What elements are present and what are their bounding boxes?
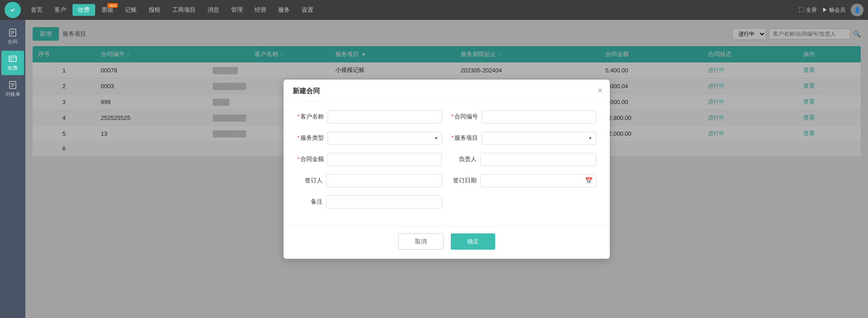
cancel-button[interactable]: 取消 xyxy=(398,233,444,250)
responsible-input[interactable] xyxy=(480,153,596,166)
signer-input[interactable] xyxy=(326,174,442,187)
form-group-service-type: *服务类型 ▼ xyxy=(297,132,442,145)
nav-bookkeeping[interactable]: 记账 xyxy=(120,4,142,16)
sidebar-item-contract[interactable]: 合同 xyxy=(1,24,24,49)
form-group-customer: *客户名称 xyxy=(297,110,442,123)
user-avatar[interactable]: 👤 xyxy=(851,4,863,16)
form-row-4: 签订人 签订日期 2023-06-06 📅 xyxy=(297,174,596,187)
main-layout: 合同 收费 对账单 xyxy=(0,20,868,318)
fee-icon xyxy=(8,54,17,63)
new-contract-modal: 新建合同 × *客户名称 *合同编号 xyxy=(284,80,610,259)
nav-tax[interactable]: 报税 xyxy=(143,4,166,16)
form-group-contract-no: *合同编号 xyxy=(451,110,596,123)
sidebar-item-fee[interactable]: 收费 xyxy=(1,51,24,75)
form-group-responsible: 负责人 xyxy=(451,153,596,166)
responsible-label: 负责人 xyxy=(451,155,477,163)
form-row-1: *客户名称 *合同编号 xyxy=(297,110,596,123)
sidebar-item-statement[interactable]: 对账单 xyxy=(1,77,24,101)
contract-amount-input[interactable]: 0.00 xyxy=(328,153,442,166)
form-group-signer: 签订人 xyxy=(297,174,442,187)
form-row-5: 备注 xyxy=(297,195,596,209)
modal-close-button[interactable]: × xyxy=(598,86,603,95)
nav-industry[interactable]: 工商项目 xyxy=(167,4,201,16)
nav-message[interactable]: 消息 xyxy=(202,4,225,16)
nav-service[interactable]: 服务 xyxy=(273,4,295,16)
modal-overlay: 新建合同 × *客户名称 *合同编号 xyxy=(25,20,868,318)
service-type-select[interactable] xyxy=(328,132,442,145)
form-group-amount: *合同金额 0.00 xyxy=(297,153,442,166)
form-row-3: *合同金额 0.00 负责人 xyxy=(297,153,596,166)
svg-rect-4 xyxy=(9,56,16,62)
service-item-select[interactable] xyxy=(482,132,596,145)
sign-date-label: 签订日期 xyxy=(451,176,477,185)
modal-footer: 取消 确定 xyxy=(284,226,610,259)
customer-label: *客户名称 xyxy=(297,113,324,121)
service-item-label: *服务项目 xyxy=(451,134,478,142)
nav-fee[interactable]: 收费 xyxy=(72,4,95,16)
nav-settings[interactable]: 设置 xyxy=(296,4,319,16)
remark-input[interactable] xyxy=(326,195,442,209)
modal-title: 新建合同 xyxy=(284,80,610,101)
svg-rect-6 xyxy=(10,59,12,60)
service-type-select-wrapper: ▼ xyxy=(328,132,442,145)
form-group-service-item: *服务项目 ▼ xyxy=(451,132,596,145)
main-content: 新增 服务项目 进行中 已完成 已取消 🔍 序号 合同编号 ↕ 客户名 xyxy=(25,20,868,318)
confirm-button[interactable]: 确定 xyxy=(451,233,495,250)
sign-date-input[interactable]: 2023-06-06 xyxy=(480,174,596,187)
form-group-sign-date: 签订日期 2023-06-06 📅 xyxy=(451,174,596,187)
nav-right-area: ⛶ 全屏 ▶ 畅会员 👤 xyxy=(799,4,863,16)
signer-label: 签订人 xyxy=(297,176,323,185)
nav-operation[interactable]: 经营 xyxy=(249,4,272,16)
service-type-label: *服务类型 xyxy=(297,134,324,142)
sign-date-wrapper: 2023-06-06 📅 xyxy=(480,174,596,187)
contract-icon xyxy=(8,28,17,37)
modal-body: *客户名称 *合同编号 xyxy=(284,101,610,226)
amount-label: *合同金额 xyxy=(297,155,324,163)
form-row-2: *服务类型 ▼ *服务项目 xyxy=(297,132,596,145)
statement-icon xyxy=(8,81,17,90)
customer-name-input[interactable] xyxy=(328,110,442,123)
new-badge: new xyxy=(107,3,118,8)
service-item-select-wrapper: ▼ xyxy=(482,132,596,145)
nav-menu: 首页 客户 收费 票据new 记账 报税 工商项目 消息 管理 经营 服务 设置 xyxy=(25,4,799,16)
vip-btn[interactable]: ▶ 畅会员 xyxy=(822,6,845,14)
contract-no-label: *合同编号 xyxy=(451,113,478,121)
nav-invoice[interactable]: 票据new xyxy=(96,4,119,16)
fullscreen-btn[interactable]: ⛶ 全屏 xyxy=(799,6,816,14)
app-logo xyxy=(5,2,21,18)
sidebar: 合同 收费 对账单 xyxy=(0,20,25,318)
remark-label: 备注 xyxy=(297,198,323,206)
contract-no-input[interactable] xyxy=(482,110,596,123)
nav-manage[interactable]: 管理 xyxy=(226,4,248,16)
top-navigation: 首页 客户 收费 票据new 记账 报税 工商项目 消息 管理 经营 服务 设置… xyxy=(0,0,868,20)
nav-customer[interactable]: 客户 xyxy=(49,4,72,16)
form-group-remark: 备注 xyxy=(297,195,442,209)
nav-home[interactable]: 首页 xyxy=(25,4,48,16)
